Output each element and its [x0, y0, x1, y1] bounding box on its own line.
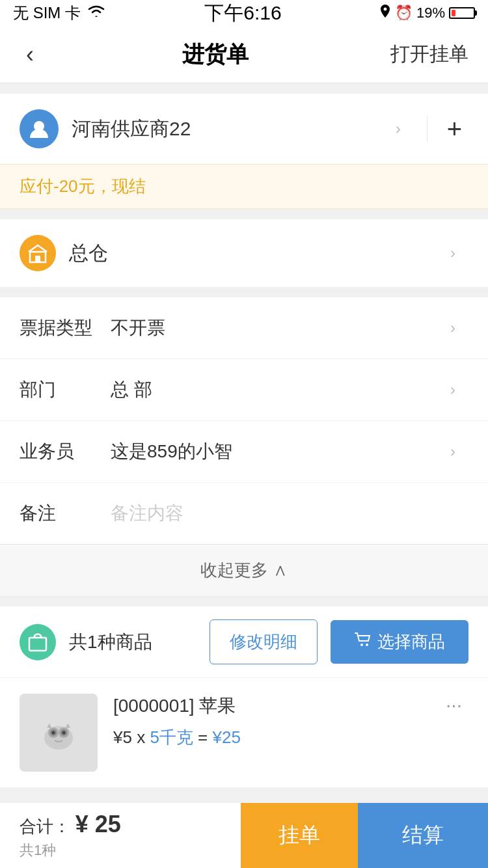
total-amount: ¥ 25: [75, 811, 121, 837]
total-row: 合计： ¥ 25: [20, 811, 221, 838]
nav-bar: ‹ 进货单 打开挂单: [0, 26, 488, 83]
location-icon: [379, 4, 391, 22]
price-total: ¥25: [213, 727, 241, 747]
products-section: 共1种商品 修改明细 选择商品: [0, 606, 488, 787]
status-time: 下午6:16: [204, 0, 281, 27]
price-equals: =: [198, 727, 212, 747]
invoice-row[interactable]: 票据类型 不开票 ›: [0, 297, 488, 359]
total-count: 共1种: [20, 841, 221, 860]
svg-rect-3: [29, 638, 46, 651]
department-label: 部门: [20, 377, 111, 402]
remark-label: 备注: [20, 501, 111, 526]
invoice-chevron: ›: [450, 319, 455, 337]
divider-1: [0, 209, 488, 219]
salesman-chevron: ›: [450, 442, 455, 461]
status-bar: 无 SIM 卡 下午6:16 ⏰ 19%: [0, 0, 488, 26]
product-price-row: ¥5 x 5千克 = ¥25: [113, 726, 439, 749]
department-chevron: ›: [450, 381, 455, 399]
form-section: 票据类型 不开票 › 部门 总 部 › 业务员 这是859的小智 › 备注 备注…: [0, 297, 488, 596]
divider-3: [0, 596, 488, 606]
product-count-label: 共1种商品: [69, 630, 210, 655]
owl-icon: [39, 713, 78, 752]
notice-text: 应付-20元，现结: [20, 176, 146, 196]
product-name: [0000001] 苹果: [113, 694, 439, 718]
product-item: [0000001] 苹果 ¥5 x 5千克 = ¥25 ···: [0, 677, 488, 787]
price-unit: ¥5 x: [113, 727, 150, 747]
carrier-label: 无 SIM 卡: [13, 3, 81, 23]
supplier-section: 河南供应商22 › + 应付-20元，现结: [0, 94, 488, 209]
total-label: 合计：: [20, 817, 70, 836]
salesman-value: 这是859的小智: [111, 439, 450, 464]
hang-button[interactable]: 挂单: [241, 803, 358, 868]
page-title: 进货单: [182, 40, 249, 70]
warehouse-row[interactable]: 总仓 ›: [0, 219, 488, 287]
battery-icon: [449, 7, 475, 19]
remark-placeholder[interactable]: 备注内容: [111, 501, 468, 526]
salesman-row[interactable]: 业务员 这是859的小智 ›: [0, 420, 488, 482]
price-quantity: 5千克: [150, 727, 193, 747]
warehouse-section: 总仓 ›: [0, 219, 488, 287]
collapse-button[interactable]: 收起更多 ∧: [0, 544, 488, 596]
svg-point-6: [44, 726, 73, 750]
supplier-name: 河南供应商22: [72, 116, 396, 142]
back-button[interactable]: ‹: [20, 34, 40, 75]
divider-2: [0, 287, 488, 297]
department-row[interactable]: 部门 总 部 ›: [0, 359, 488, 420]
supplier-avatar: [20, 109, 59, 148]
open-hang-button[interactable]: 打开挂单: [390, 41, 468, 68]
warehouse-name: 总仓: [69, 240, 450, 267]
wifi-icon: [86, 4, 107, 22]
product-code: [0000001] 苹果: [113, 696, 236, 716]
svg-point-12: [62, 731, 66, 735]
product-header: 共1种商品 修改明细 选择商品: [0, 606, 488, 677]
svg-rect-2: [35, 256, 40, 262]
supplier-chevron: ›: [396, 120, 401, 138]
product-more-button[interactable]: ···: [439, 694, 468, 716]
select-product-button[interactable]: 选择商品: [331, 620, 468, 664]
status-right: ⏰ 19%: [379, 4, 475, 22]
settle-button[interactable]: 结算: [358, 803, 488, 868]
product-section-icon: [20, 624, 56, 660]
remark-row[interactable]: 备注 备注内容: [0, 482, 488, 544]
svg-point-4: [360, 644, 363, 646]
department-value: 总 部: [111, 377, 450, 402]
warehouse-chevron: ›: [450, 244, 455, 262]
collapse-label: 收起更多 ∧: [200, 560, 287, 580]
edit-detail-button[interactable]: 修改明细: [210, 619, 318, 664]
product-info: [0000001] 苹果 ¥5 x 5千克 = ¥25: [113, 694, 439, 749]
invoice-value: 不开票: [111, 316, 450, 340]
product-thumbnail: [20, 694, 98, 772]
salesman-label: 业务员: [20, 439, 111, 464]
invoice-label: 票据类型: [20, 316, 111, 340]
battery-percent: 19%: [416, 5, 445, 21]
status-left: 无 SIM 卡: [13, 3, 107, 23]
top-divider: [0, 83, 488, 94]
notice-banner: 应付-20元，现结: [0, 164, 488, 209]
supplier-row[interactable]: 河南供应商22 › +: [0, 94, 488, 164]
supplier-divider: [427, 116, 427, 142]
select-product-label: 选择商品: [377, 631, 445, 653]
total-section: 合计： ¥ 25 共1种: [0, 811, 241, 860]
alarm-icon: ⏰: [395, 5, 413, 21]
svg-point-11: [52, 731, 55, 735]
warehouse-icon: [20, 235, 56, 271]
add-supplier-button[interactable]: +: [441, 115, 468, 144]
svg-point-5: [366, 644, 368, 646]
cart-icon: [354, 632, 372, 652]
bottom-bar: 合计： ¥ 25 共1种 挂单 结算: [0, 803, 488, 868]
